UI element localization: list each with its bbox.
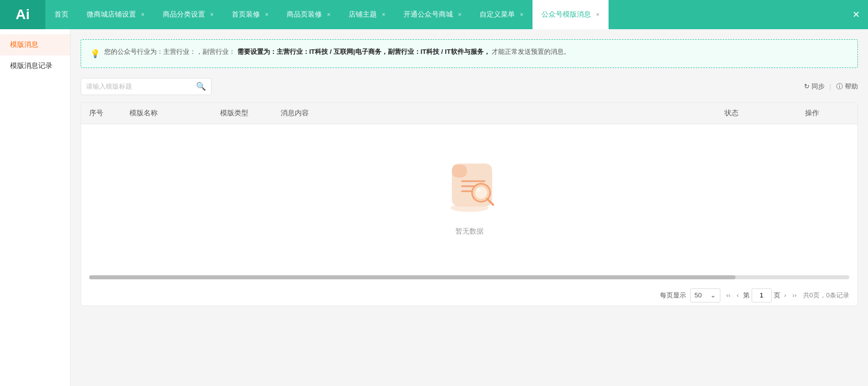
horizontal-scrollbar[interactable] bbox=[89, 275, 849, 279]
sidebar: 模版消息模版消息记录 bbox=[0, 29, 71, 386]
table-col-4: 状态 bbox=[716, 109, 797, 118]
svg-point-7 bbox=[477, 188, 481, 192]
nav-tab-label-6: 开通公众号商城 bbox=[404, 10, 453, 19]
first-page-button[interactable]: ‹‹ bbox=[724, 290, 733, 300]
page-label-suffix: 页 bbox=[774, 291, 780, 300]
help-icon: ⓘ bbox=[836, 82, 843, 91]
template-table: 序号模版名称模版类型消息内容状态操作 bbox=[81, 102, 858, 306]
info-banner: 💡 您的公众号行业为：主营行业：，副营行业： 需要设置为：主营行业：IT科技 /… bbox=[81, 39, 858, 68]
nav-tab-close-3[interactable]: × bbox=[265, 11, 269, 18]
nav-tab-5[interactable]: 店铺主题 × bbox=[340, 0, 394, 29]
bulb-icon: 💡 bbox=[90, 47, 100, 60]
page-label-prefix: 第 bbox=[743, 291, 750, 300]
page-size-value: 50 bbox=[695, 291, 702, 299]
divider: | bbox=[830, 83, 831, 90]
nav-tab-close-4[interactable]: × bbox=[327, 11, 330, 18]
page-size-label: 每页显示 bbox=[660, 291, 686, 300]
nav-tab-label-0: 首页 bbox=[54, 10, 69, 19]
close-all-button[interactable]: ✕ bbox=[844, 0, 868, 29]
content-area: 💡 您的公众号行业为：主营行业：，副营行业： 需要设置为：主营行业：IT科技 /… bbox=[71, 29, 868, 386]
table-col-1: 模版名称 bbox=[121, 109, 212, 118]
help-label: 帮助 bbox=[845, 82, 858, 91]
nav-tab-2[interactable]: 商品分类设置 × bbox=[154, 0, 223, 29]
main-layout: 模版消息模版消息记录 💡 您的公众号行业为：主营行业：，副营行业： 需要设置为：… bbox=[0, 29, 868, 386]
nav-tab-7[interactable]: 自定义菜单 × bbox=[471, 0, 532, 29]
nav-tab-6[interactable]: 开通公众号商城 × bbox=[394, 0, 471, 29]
last-page-button[interactable]: ›› bbox=[790, 290, 799, 300]
nav-tab-label-5: 店铺主题 bbox=[349, 10, 377, 19]
sync-icon: ↻ bbox=[804, 83, 810, 90]
table-header: 序号模版名称模版类型消息内容状态操作 bbox=[81, 103, 857, 124]
prev-page-button[interactable]: ‹ bbox=[735, 290, 741, 300]
info-text: 您的公众号行业为：主营行业：，副营行业： 需要设置为：主营行业：IT科技 / 互… bbox=[104, 47, 570, 57]
scrollbar-thumb bbox=[89, 275, 736, 279]
nav-tab-close-7[interactable]: × bbox=[520, 11, 523, 18]
table-col-0: 序号 bbox=[81, 109, 121, 118]
table-col-3: 消息内容 bbox=[273, 109, 716, 118]
nav-tab-close-2[interactable]: × bbox=[210, 11, 214, 18]
table-col-2: 模版类型 bbox=[212, 109, 273, 118]
right-actions: ↻ 同步 | ⓘ 帮助 bbox=[804, 82, 858, 91]
nav-tab-0[interactable]: 首页 bbox=[45, 0, 78, 29]
nav-tab-close-5[interactable]: × bbox=[382, 11, 385, 18]
page-navigation: ‹‹ ‹ 第 页 › ›› bbox=[724, 288, 799, 302]
chevron-down-icon: ⌄ bbox=[710, 291, 716, 299]
help-button[interactable]: ⓘ 帮助 bbox=[836, 82, 858, 91]
nav-tab-label-2: 商品分类设置 bbox=[163, 10, 205, 19]
sidebar-item-0[interactable]: 模版消息 bbox=[0, 34, 70, 55]
nav-tab-8[interactable]: 公众号模版消息 × bbox=[532, 0, 609, 29]
next-page-button[interactable]: › bbox=[782, 290, 788, 300]
page-size-select[interactable]: 50 ⌄ bbox=[690, 288, 720, 302]
nav-tab-label-7: 自定义菜单 bbox=[480, 10, 515, 19]
search-icon[interactable]: 🔍 bbox=[196, 82, 206, 91]
search-box[interactable]: 🔍 bbox=[81, 78, 212, 95]
nav-tab-label-1: 微商城店铺设置 bbox=[87, 10, 136, 19]
sync-label: 同步 bbox=[812, 82, 825, 91]
svg-point-5 bbox=[475, 187, 487, 199]
sidebar-item-1[interactable]: 模版消息记录 bbox=[0, 55, 70, 76]
search-input[interactable] bbox=[86, 83, 196, 90]
nav-tab-close-1[interactable]: × bbox=[141, 11, 145, 18]
sync-button[interactable]: ↻ 同步 bbox=[804, 82, 825, 91]
empty-state: 暂无数据 bbox=[437, 153, 502, 236]
nav-tab-label-3: 首页装修 bbox=[232, 10, 260, 19]
nav-tab-3[interactable]: 首页装修 × bbox=[223, 0, 278, 29]
nav-tabs: 首页微商城店铺设置 ×商品分类设置 ×首页装修 ×商品页装修 ×店铺主题 ×开通… bbox=[45, 0, 844, 29]
top-nav: Ai 首页微商城店铺设置 ×商品分类设置 ×首页装修 ×商品页装修 ×店铺主题 … bbox=[0, 0, 868, 29]
info-highlight: 需要设置为：主营行业：IT科技 / 互联网|电子商务，副营行业：IT科技 / I… bbox=[237, 48, 490, 55]
nav-tab-label-4: 商品页装修 bbox=[287, 10, 322, 19]
logo: Ai bbox=[0, 0, 45, 29]
table-body: 暂无数据 bbox=[81, 124, 857, 275]
search-row: 🔍 ↻ 同步 | ⓘ 帮助 bbox=[81, 78, 858, 95]
logo-text: Ai bbox=[16, 7, 30, 23]
empty-illustration bbox=[437, 153, 502, 219]
empty-text: 暂无数据 bbox=[455, 227, 484, 236]
page-total: 共0页，0条记录 bbox=[803, 291, 849, 300]
nav-tab-4[interactable]: 商品页装修 × bbox=[278, 0, 340, 29]
page-number-input[interactable] bbox=[752, 288, 772, 302]
nav-tab-close-6[interactable]: × bbox=[458, 11, 461, 18]
nav-tab-close-8[interactable]: × bbox=[596, 11, 599, 18]
nav-tab-label-8: 公众号模版消息 bbox=[542, 10, 591, 19]
nav-tab-1[interactable]: 微商城店铺设置 × bbox=[78, 0, 154, 29]
pagination: 每页显示 50 ⌄ ‹‹ ‹ 第 页 › ›› 共0页，0条记录 bbox=[81, 283, 857, 305]
table-col-5: 操作 bbox=[797, 109, 857, 118]
